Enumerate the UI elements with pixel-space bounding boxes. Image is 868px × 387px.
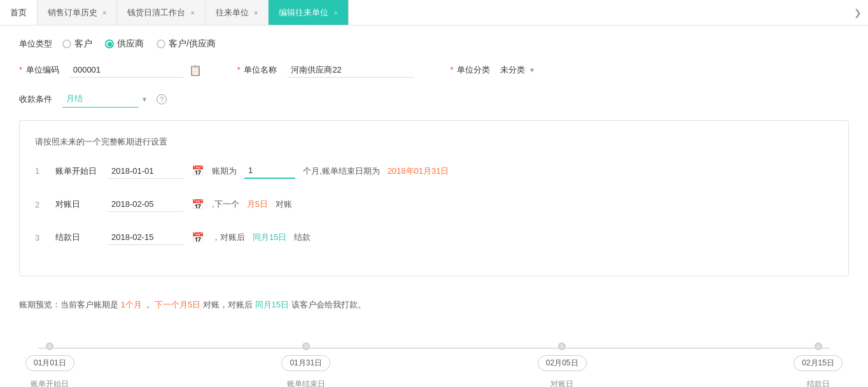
radio-supplier[interactable]: 供应商: [105, 38, 144, 50]
preview-sep2: 对账，对账后: [203, 300, 253, 309]
timeline-label-0: 账单开始日: [31, 379, 69, 387]
tab-sales-label: 销售订单历史: [48, 7, 97, 18]
tab-cash-close-icon[interactable]: ×: [190, 9, 194, 17]
timeline: 01月01日 账单开始日 01月31日 账单结束日 02月05日 对账日 02月…: [25, 330, 843, 387]
unit-classify-label: * 单位分类: [450, 64, 490, 76]
radio-customer-circle: [62, 39, 71, 48]
timeline-dot-0: [46, 342, 53, 350]
row-2-desc-prefix: ,下一个: [212, 199, 239, 210]
unit-name-input[interactable]: [287, 62, 414, 78]
unit-type-radio-group: 客户 供应商 客户/供应商: [62, 38, 216, 50]
preview-sep1: ，: [144, 300, 152, 309]
timeline-points: 01月01日 账单开始日 01月31日 账单结束日 02月05日 对账日 02月…: [25, 342, 843, 387]
unit-code-star: *: [19, 65, 22, 74]
unit-code-input[interactable]: [69, 62, 184, 78]
radio-customer-label: 客户: [74, 38, 92, 50]
timeline-dot-1: [302, 342, 310, 350]
preview-prefix: 账期预览：当前客户账期是: [19, 300, 118, 309]
radio-supplier-circle: [105, 39, 114, 48]
page-content: 单位类型 客户 供应商 客户/供应商 * 单位编码 �: [0, 25, 868, 387]
timeline-point-1: 01月31日 账单结束日: [281, 342, 330, 387]
unit-code-field: 📋: [69, 62, 202, 78]
preview-text: 账期预览：当前客户账期是 1个月 ， 下一个月5日 对账，对账后 同月15日 该…: [19, 299, 849, 311]
row-2-num: 2: [35, 200, 48, 209]
settings-title: 请按照未来的一个完整帐期进行设置: [35, 136, 833, 148]
tab-partner-close-icon[interactable]: ×: [254, 9, 258, 17]
payment-date-row: 3 结款日 📅 ，对账后 同月15日 结款: [35, 230, 833, 245]
row-1-label: 账单开始日: [55, 165, 100, 177]
unit-name-star: *: [237, 65, 241, 74]
tab-partner-label: 往来单位: [216, 7, 249, 18]
row-1-period-end: 2018年01月31日: [388, 165, 449, 177]
payment-calendar-icon[interactable]: 📅: [192, 232, 204, 244]
timeline-point-0: 01月01日 账单开始日: [25, 342, 74, 387]
tab-sales-close-icon[interactable]: ×: [102, 9, 106, 17]
tab-home-label: 首页: [10, 7, 27, 18]
payment-date-input[interactable]: [108, 230, 184, 245]
timeline-badge-1: 01月31日: [281, 355, 330, 371]
timeline-dot-3: [815, 342, 822, 350]
unit-code-book-icon[interactable]: 📋: [189, 64, 202, 76]
radio-both-label: 客户/供应商: [169, 38, 216, 50]
payment-condition-help-icon[interactable]: ?: [157, 94, 167, 104]
account-start-row: 1 账单开始日 📅 账期为 个月,账单结束日期为 2018年01月31日: [35, 163, 833, 179]
radio-both[interactable]: 客户/供应商: [157, 38, 216, 50]
preview-part2: 下一个月5日: [155, 300, 200, 309]
reconciliation-row: 2 对账日 📅 ,下一个 月5日 对账: [35, 197, 833, 212]
unit-type-row: 单位类型 客户 供应商 客户/供应商: [19, 38, 849, 50]
payment-condition-select: 月结 ▾: [62, 90, 146, 108]
timeline-badge-2: 02月05日: [538, 355, 587, 371]
unit-classify-chevron-icon[interactable]: ▾: [530, 66, 534, 74]
unit-name-field: [287, 62, 414, 78]
row-1-period-unit: 个月,账单结束日期为: [303, 165, 380, 177]
preview-part3: 同月15日: [255, 300, 289, 309]
row-2-desc-suffix: 对账: [276, 199, 292, 210]
preview-part1: 1个月: [121, 300, 142, 309]
reconciliation-date-input[interactable]: [108, 197, 184, 212]
tab-partner-unit[interactable]: 往来单位 ×: [206, 0, 269, 25]
row-3-desc-suffix: 结款: [294, 232, 311, 243]
radio-both-circle: [157, 39, 165, 48]
timeline-point-3: 02月15日 结款日: [794, 342, 843, 387]
tab-edit-partner-label: 编辑往来单位: [279, 7, 328, 18]
reconciliation-calendar-icon[interactable]: 📅: [192, 199, 204, 211]
period-value-input[interactable]: [244, 163, 295, 179]
unit-detail-row: * 单位编码 📋 * 单位名称 * 单位分类 未分类 ▾: [19, 62, 849, 78]
row-1-num: 1: [35, 166, 48, 176]
unit-classify-star: *: [450, 65, 453, 74]
settings-box: 请按照未来的一个完整帐期进行设置 1 账单开始日 📅 账期为 个月,账单结束日期…: [19, 120, 849, 276]
timeline-badge-0: 01月01日: [25, 355, 74, 371]
timeline-label-3: 结款日: [807, 379, 830, 387]
row-3-desc-prefix: ，对账后: [212, 232, 245, 243]
row-2-label: 对账日: [55, 199, 100, 210]
unit-type-label: 单位类型: [19, 38, 52, 50]
payment-condition-row: 收款条件 月结 ▾ ?: [19, 90, 849, 108]
payment-condition-label: 收款条件: [19, 94, 52, 105]
tab-edit-partner-close-icon[interactable]: ×: [333, 9, 337, 17]
unit-code-label: * 单位编码: [19, 64, 59, 76]
radio-supplier-label: 供应商: [117, 38, 144, 50]
tab-sales-order-history[interactable]: 销售订单历史 ×: [38, 0, 117, 25]
timeline-badge-3: 02月15日: [794, 355, 843, 371]
row-3-num: 3: [35, 233, 48, 243]
tab-home[interactable]: 首页: [0, 0, 38, 25]
timeline-point-2: 02月05日 对账日: [538, 342, 587, 387]
payment-condition-chevron-icon[interactable]: ▾: [143, 95, 146, 104]
tab-edit-partner-unit[interactable]: 编辑往来单位 ×: [269, 0, 348, 25]
preview-section: 账期预览：当前客户账期是 1个月 ， 下一个月5日 对账，对账后 同月15日 该…: [19, 289, 849, 387]
tab-cash-label: 钱货日清工作台: [127, 7, 185, 18]
tab-cash-ledger[interactable]: 钱货日清工作台 ×: [117, 0, 205, 25]
account-start-date-input[interactable]: [108, 164, 184, 179]
radio-supplier-inner: [108, 42, 112, 46]
radio-customer[interactable]: 客户: [62, 38, 92, 50]
timeline-dot-2: [558, 342, 566, 350]
row-2-highlight: 月5日: [247, 199, 268, 210]
tab-bar: 首页 销售订单历史 × 钱货日清工作台 × 往来单位 × 编辑往来单位 × ❯: [0, 0, 868, 25]
row-3-highlight: 同月15日: [253, 232, 286, 243]
timeline-label-1: 账单结束日: [287, 379, 325, 387]
timeline-label-2: 对账日: [550, 379, 573, 387]
tab-expand-icon[interactable]: ❯: [848, 0, 868, 25]
account-start-calendar-icon[interactable]: 📅: [192, 165, 204, 177]
unit-classify-field: 未分类 ▾: [500, 64, 534, 76]
row-3-label: 结款日: [55, 232, 100, 243]
